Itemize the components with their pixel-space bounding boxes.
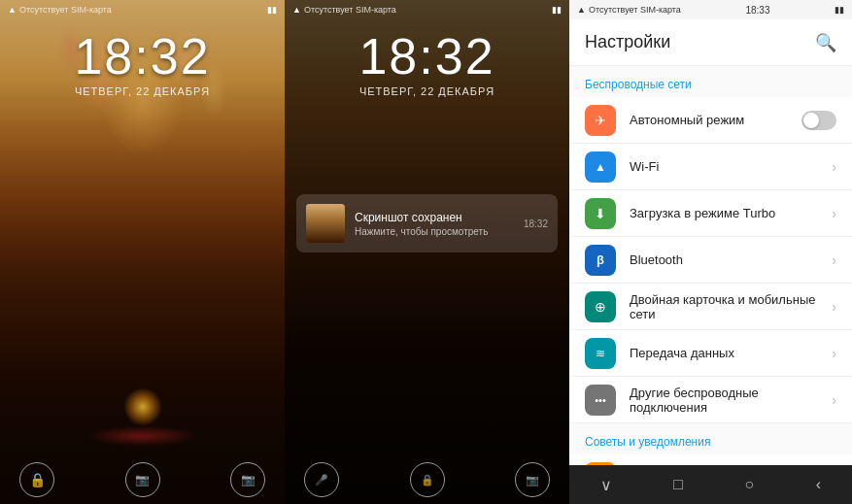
- wifi-icon: ▲: [585, 151, 616, 183]
- settings-item-data[interactable]: ≋ Передача данных ›: [569, 330, 852, 377]
- middle-time-display: 18:32: [285, 27, 569, 85]
- settings-item-airplane[interactable]: ✈ Автономный режим: [569, 97, 852, 144]
- bluetooth-label: Bluetooth: [630, 252, 832, 267]
- settings-item-bluetooth[interactable]: β Bluetooth ›: [569, 237, 852, 284]
- middle-camera-glyph: 📷: [526, 474, 539, 487]
- turbo-label: Загрузка в режиме Turbo: [630, 206, 832, 220]
- settings-title: Настройки: [585, 32, 670, 52]
- left-time-display: 18:32: [0, 27, 285, 85]
- airplane-icon: ✈: [585, 105, 616, 136]
- turbo-icon: ⬇: [585, 198, 616, 229]
- middle-date-display: ЧЕТВЕРГ, 22 ДЕКАБРЯ: [285, 85, 569, 97]
- notification-card[interactable]: Скриншот сохранен Нажмите, чтобы просмот…: [296, 194, 558, 252]
- lock-unlock-icon[interactable]: 🔒: [19, 462, 54, 497]
- nav-home-icon[interactable]: ○: [745, 476, 755, 493]
- turbo-chevron: ›: [832, 206, 836, 221]
- dualsim-chevron: ›: [832, 299, 836, 315]
- middle-unlock-glyph: 🔒: [421, 474, 434, 487]
- settings-item-other-wireless[interactable]: ••• Другие беспроводные подключения ›: [569, 377, 852, 423]
- lock-icon-glyph: 🔒: [29, 472, 46, 487]
- left-sim-text: Отсутствует SIM-карта: [19, 5, 112, 15]
- middle-lock-glyph: 🎤: [315, 474, 328, 487]
- airplane-label: Автономный режим: [630, 113, 801, 127]
- nav-recents-icon[interactable]: □: [673, 476, 683, 493]
- dualsim-glyph: ⊕: [595, 299, 606, 315]
- left-battery-icon: ▮▮: [267, 5, 277, 15]
- notification-content: Скриншот сохранен Нажмите, чтобы просмот…: [355, 211, 524, 237]
- turbo-glyph: ⬇: [595, 206, 606, 221]
- settings-status-left: ▲ Отсутствует SIM-карта: [577, 5, 681, 15]
- other-wireless-glyph: •••: [595, 394, 606, 406]
- notification-subtitle: Нажмите, чтобы просмотреть: [355, 226, 524, 237]
- other-wireless-icon: •••: [585, 385, 616, 416]
- data-chevron: ›: [832, 346, 836, 361]
- settings-status-right: ▮▮: [835, 5, 844, 15]
- settings-sim-text: Отсутствует SIM-карта: [589, 5, 681, 15]
- wifi-glyph: ▲: [595, 160, 606, 174]
- middle-status-right: ▮▮: [552, 5, 562, 15]
- section-header-notifications: Советы и уведомления: [569, 423, 852, 454]
- left-wifi-icon: ▲: [8, 5, 17, 15]
- left-status-bar: ▲ Отсутствует SIM-карта ▮▮: [0, 0, 285, 19]
- settings-search-button[interactable]: 🔍: [815, 32, 836, 53]
- settings-status-bar: ▲ Отсутствует SIM-карта 18:33 ▮▮: [569, 0, 852, 19]
- middle-sim-text: Отсутствует SIM-карта: [304, 5, 396, 15]
- nav-back-icon[interactable]: ‹: [816, 476, 821, 493]
- bluetooth-icon: β: [585, 245, 616, 276]
- settings-panel: ▲ Отсутствует SIM-карта 18:33 ▮▮ Настрой…: [569, 0, 852, 504]
- middle-wifi-icon: ▲: [292, 5, 301, 15]
- settings-header: Настройки 🔍: [569, 19, 852, 66]
- other-wireless-chevron: ›: [832, 392, 836, 408]
- dualsim-label: Двойная карточка и мобильные сети: [630, 292, 832, 321]
- middle-camera-icon[interactable]: 📷: [515, 462, 550, 497]
- camera-icon-glyph: 📷: [241, 473, 256, 487]
- left-bottom-bar: 🔒 📷 📷: [0, 455, 285, 504]
- settings-item-turbo[interactable]: ⬇ Загрузка в режиме Turbo ›: [569, 190, 852, 237]
- middle-battery-icon: ▮▮: [552, 5, 562, 15]
- settings-item-wifi[interactable]: ▲ Wi-Fi ›: [569, 144, 852, 190]
- settings-wifi-icon: ▲: [577, 5, 586, 15]
- notification-title: Скриншот сохранен: [355, 211, 524, 224]
- settings-item-sound[interactable]: 🔔 Звук и вибрирование ›: [569, 454, 852, 465]
- notification-thumbnail: [306, 204, 345, 243]
- settings-nav-bar: ∨ □ ○ ‹: [569, 465, 852, 504]
- lock-phone-icon[interactable]: 📷: [125, 462, 160, 497]
- middle-unlock-icon[interactable]: 🔒: [410, 462, 445, 497]
- left-status-left: ▲ Отсутствует SIM-карта: [8, 5, 112, 15]
- data-icon: ≋: [585, 338, 616, 369]
- bluetooth-glyph: β: [596, 252, 604, 267]
- left-date-display: ЧЕТВЕРГ, 22 ДЕКАБРЯ: [0, 85, 285, 97]
- settings-status-time: 18:33: [745, 5, 769, 16]
- left-lock-screen: ▲ Отсутствует SIM-карта ▮▮ 18:32 ЧЕТВЕРГ…: [0, 0, 285, 504]
- candle-glow: [123, 387, 162, 426]
- nav-menu-icon[interactable]: ∨: [600, 476, 612, 494]
- notification-screen: ▲ Отсутствует SIM-карта ▮▮ 18:32 ЧЕТВЕРГ…: [285, 0, 569, 504]
- wifi-chevron: ›: [832, 159, 836, 175]
- lock-camera-icon[interactable]: 📷: [230, 462, 265, 497]
- left-status-right: ▮▮: [267, 5, 277, 15]
- airplane-glyph: ✈: [595, 113, 606, 128]
- settings-battery-icon: ▮▮: [835, 5, 844, 15]
- bluetooth-chevron: ›: [832, 252, 836, 268]
- middle-bottom-bar: 🎤 🔒 📷: [285, 455, 569, 504]
- airplane-toggle[interactable]: [801, 111, 836, 130]
- other-wireless-label: Другие беспроводные подключения: [630, 386, 832, 415]
- phone-icon-glyph: 📷: [135, 473, 150, 487]
- thumb-image: [306, 204, 345, 243]
- section-header-wireless: Беспроводные сети: [569, 66, 852, 97]
- middle-status-bar: ▲ Отсутствует SIM-карта ▮▮: [285, 0, 569, 19]
- settings-item-dual-sim[interactable]: ⊕ Двойная карточка и мобильные сети ›: [569, 284, 852, 330]
- middle-lock-icon[interactable]: 🎤: [304, 462, 339, 497]
- notification-time: 18:32: [524, 218, 548, 229]
- data-glyph: ≋: [596, 347, 605, 360]
- data-label: Передача данных: [630, 346, 832, 360]
- dualsim-icon: ⊕: [585, 291, 616, 322]
- wifi-label: Wi-Fi: [630, 159, 832, 174]
- settings-content: Беспроводные сети ✈ Автономный режим ▲ W…: [569, 66, 852, 465]
- middle-status-left: ▲ Отсутствует SIM-карта: [292, 5, 396, 15]
